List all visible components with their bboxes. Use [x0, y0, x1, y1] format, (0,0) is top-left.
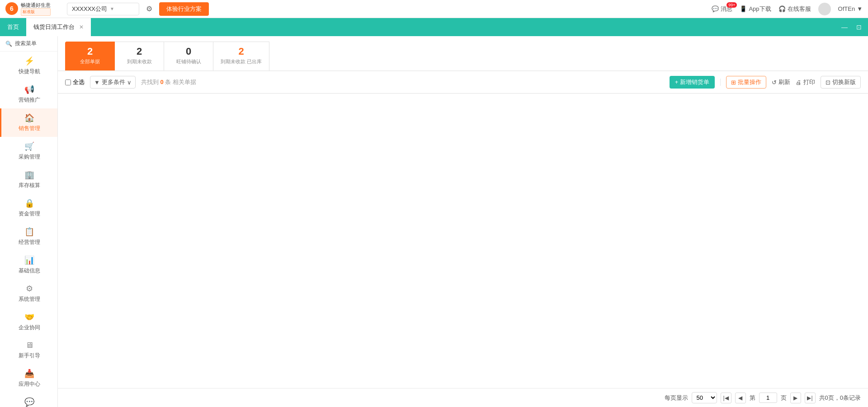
switch-icon: ⊡ [826, 79, 830, 86]
select-all-label: 全选 [73, 78, 85, 86]
stat-count-overdue: 2 [122, 46, 156, 57]
sidebar-item-label: 销售管理 [19, 125, 40, 132]
more-conditions-label: 更多条件 [102, 78, 125, 86]
sidebar-item-system[interactable]: ⚙ 系统管理 [0, 279, 57, 308]
user-name[interactable]: OfTEn ▼ [838, 5, 863, 12]
home-tab-label: 首页 [7, 23, 19, 31]
sidebar-item-app-center[interactable]: 📥 应用中心 [0, 364, 57, 393]
sidebar: 🔍 搜索菜单 ⚡ 快捷导航 📢 营销推广 🏠 销售管理 🛒 采购管理 🏢 库存核… [0, 36, 58, 407]
print-icon: 🖨 [796, 79, 802, 86]
settings-button[interactable]: ⚙ [143, 3, 156, 15]
refresh-button[interactable]: ↺ 刷新 [772, 78, 790, 86]
download-icon: 📱 [740, 5, 747, 12]
sidebar-item-inventory[interactable]: 🏢 库存核算 [0, 165, 57, 194]
sidebar-item-quick-nav[interactable]: ⚡ 快捷导航 [0, 51, 57, 80]
toolbar-right: + 新增销货单 ⊞ 批量操作 ↺ 刷新 🖨 打印 ⊡ 切换新版 [670, 76, 861, 89]
sidebar-item-label: 应用中心 [19, 380, 40, 388]
stat-tab-pending[interactable]: 0 旺铺待确认 [164, 42, 213, 70]
sidebar-item-enterprise[interactable]: 🤝 企业协同 [0, 308, 57, 336]
total-text: 共0页，0条记录 [819, 394, 861, 402]
chevron-icon: ∨ [127, 79, 132, 86]
stat-tab-all[interactable]: 2 全部单据 [65, 42, 115, 70]
experience-button[interactable]: 体验行业方案 [159, 2, 209, 16]
company-selector[interactable]: XXXXXX公司 ▼ [67, 3, 139, 15]
page-size-select[interactable]: 50 10 20 100 [692, 392, 717, 403]
basic-info-icon: 📊 [24, 255, 34, 265]
avatar[interactable] [818, 3, 831, 15]
sidebar-item-label: 系统管理 [19, 295, 40, 303]
next-page-button[interactable]: ▶ [790, 393, 801, 403]
tab-workbench[interactable]: 钱货日清工作台 ✕ [26, 18, 91, 36]
prev-page-button[interactable]: ◀ [735, 393, 746, 403]
sidebar-search[interactable]: 🔍 搜索菜单 [0, 36, 57, 51]
stat-tab-shipped[interactable]: 2 到期未收款 已出库 [213, 42, 269, 70]
more-conditions-button[interactable]: ▼ 更多条件 ∨ [90, 76, 136, 89]
batch-operation-button[interactable]: ⊞ 批量操作 [726, 76, 766, 89]
guide-icon: 🖥 [25, 341, 33, 350]
sidebar-item-label: 基础信息 [19, 267, 40, 275]
select-all-input[interactable] [65, 80, 71, 85]
tab-minimize-button[interactable]: — [839, 22, 850, 33]
stat-tab-overdue[interactable]: 2 到期未收款 [114, 42, 164, 70]
online-service-button[interactable]: 🎧 在线客服 [778, 5, 811, 13]
select-all-checkbox[interactable]: 全选 [65, 78, 85, 86]
sidebar-item-operations[interactable]: 📋 经营管理 [0, 222, 57, 251]
batch-icon: ⊞ [731, 79, 736, 86]
purchase-icon: 🛒 [24, 141, 34, 151]
sidebar-item-guide[interactable]: 🖥 新手引导 [0, 336, 57, 364]
wechat-icon: 💬 [24, 397, 34, 407]
tab-maximize-button[interactable]: ⊡ [854, 22, 864, 33]
system-icon: ⚙ [26, 284, 33, 294]
stat-label-pending: 旺铺待确认 [171, 58, 206, 65]
search-icon: 🔍 [5, 41, 12, 47]
headset-icon: 🎧 [778, 5, 786, 12]
operations-icon: 📋 [24, 227, 34, 237]
pagination: 每页显示 50 10 20 100 |◀ ◀ 第 页 ▶ ▶| 共0页，0条记录 [58, 388, 868, 407]
sidebar-item-purchase[interactable]: 🛒 采购管理 [0, 137, 57, 165]
tab-close-icon[interactable]: ✕ [79, 24, 84, 30]
stat-label-all: 全部单据 [73, 58, 107, 65]
company-name: XXXXXX公司 [72, 5, 107, 13]
user-chevron-icon: ▼ [857, 5, 863, 12]
switch-version-button[interactable]: ⊡ 切换新版 [821, 76, 861, 89]
sidebar-search-label: 搜索菜单 [15, 40, 37, 47]
stat-count-shipped: 2 [221, 46, 262, 57]
found-text: 共找到 0 条 相关单据 [141, 78, 196, 86]
page-suffix: 页 [781, 394, 787, 402]
message-icon: 💬 [712, 5, 719, 12]
found-count: 0 [160, 79, 164, 85]
top-bar: 6 畅捷通好生意 标准版 XXXXXX公司 ▼ ⚙ 体验行业方案 💬 消息 99… [0, 0, 868, 18]
page-number-input[interactable] [759, 393, 777, 403]
sidebar-item-marketing[interactable]: 📢 营销推广 [0, 80, 57, 108]
refresh-icon: ↺ [772, 79, 777, 86]
last-page-button[interactable]: ▶| [805, 393, 816, 403]
sidebar-item-label: 经营管理 [19, 239, 40, 246]
main-layout: 🔍 搜索菜单 ⚡ 快捷导航 📢 营销推广 🏠 销售管理 🛒 采购管理 🏢 库存核… [0, 36, 868, 407]
sales-icon: 🏠 [24, 113, 34, 123]
logo-text-group: 畅捷通好生意 标准版 [21, 2, 51, 16]
add-sale-button[interactable]: + 新增销货单 [670, 76, 715, 89]
print-button[interactable]: 🖨 打印 [796, 78, 815, 86]
content-area: 2 全部单据 2 到期未收款 0 旺铺待确认 2 到期未收款 已出库 全选 [58, 36, 868, 407]
enterprise-icon: 🤝 [24, 312, 34, 322]
first-page-button[interactable]: |◀ [721, 393, 731, 403]
sidebar-item-basic-info[interactable]: 📊 基础信息 [0, 251, 57, 279]
sidebar-item-sales[interactable]: 🏠 销售管理 [0, 108, 57, 137]
logo-badge: 标准版 [21, 8, 51, 16]
sidebar-item-finance[interactable]: 🔒 资金管理 [0, 194, 57, 222]
sidebar-item-wechat[interactable]: 💬 企业微信 [0, 393, 57, 407]
page-size-label: 每页显示 [665, 394, 688, 402]
workbench-tab-label: 钱货日清工作台 [33, 23, 75, 31]
stat-label-overdue: 到期未收款 [122, 58, 156, 65]
sidebar-item-label: 新手引导 [19, 352, 40, 360]
quick-nav-icon: ⚡ [24, 56, 34, 66]
stat-label-shipped: 到期未收款 已出库 [221, 58, 262, 65]
logo-icon: 6 [5, 2, 18, 15]
sidebar-item-label: 库存核算 [19, 182, 40, 189]
stat-count-all: 2 [73, 46, 107, 57]
messages-button[interactable]: 💬 消息 99+ [712, 5, 732, 13]
marketing-icon: 📢 [24, 84, 34, 94]
inventory-icon: 🏢 [24, 170, 34, 180]
tab-home[interactable]: 首页 [0, 18, 26, 36]
app-download-button[interactable]: 📱 App下载 [740, 5, 771, 13]
